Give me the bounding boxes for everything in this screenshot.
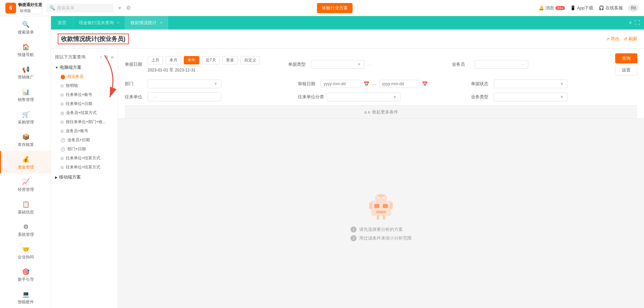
tab-maximize-btn[interactable]: ⛶ — [635, 20, 640, 26]
scheme-item-salesman-date[interactable]: 🕐 业务员+日期 — [51, 136, 118, 145]
calendar-to-icon[interactable]: 📅 — [422, 81, 428, 87]
set-btn[interactable]: 设置 — [615, 65, 637, 75]
scheme-partner-dept-label: 按往来单位+部门+收... — [66, 119, 106, 125]
scheme-item-by-salesman[interactable]: ⬤ 按业务员 — [51, 72, 118, 81]
sidebar-item-inventory[interactable]: 📦 库存核算 — [0, 129, 51, 151]
sidebar: 🔍 搜索菜单 🏠 快捷导航 📢 营销推广 📊 销售管理 🛒 采购管理 📦 库存核… — [0, 16, 51, 308]
scheme-group-mobile-title[interactable]: ▶ 移动端方案 — [51, 172, 118, 182]
type-more-icon[interactable]: ··· — [367, 62, 371, 67]
search-row-1: 单据日期 上月 本月 本年 近7天 更多 自定义 2023-01-01 — [125, 53, 637, 75]
scheme-item-dept-date[interactable]: 🕐 部门+日期 — [51, 145, 118, 154]
scheme-partner-settle2-label: 往来单位+结算方式 — [66, 164, 100, 170]
scheme-add-btn[interactable]: + — [100, 54, 102, 60]
refresh-btn[interactable]: ↺ 刷新 — [624, 36, 637, 42]
partner-select[interactable]: ··· — [148, 92, 221, 101]
scheme-partner-settle2-icon: ⊞ — [60, 165, 64, 170]
tab-bank-flow-close[interactable]: × — [117, 20, 119, 25]
trial-btn-container: 体验行业方案 — [317, 3, 353, 13]
sidebar-item-sales[interactable]: 📊 销售管理 — [0, 84, 51, 106]
marketing-icon: 📢 — [22, 66, 30, 73]
sidebar-item-newbie[interactable]: 🎯 新手引导 — [0, 263, 51, 286]
scheme-item-salesman-settle[interactable]: ▤ 业务员+结算方式 — [51, 108, 118, 117]
sidebar-item-finance[interactable]: 💰 资金管理 — [0, 151, 51, 173]
bill-status-field: 单据状态 ▼ — [471, 80, 637, 88]
online-service-btn[interactable]: 🎧 在线客服 — [599, 5, 623, 11]
scheme-partner-settle1-icon: ⊞ — [60, 156, 64, 161]
service-label: 在线客服 — [605, 5, 623, 11]
scheme-group-mobile: ▶ 移动端方案 — [51, 172, 118, 182]
tip-text-1: 请先选择要分析的方案 — [359, 226, 403, 233]
trial-button[interactable]: 体验行业方案 — [317, 3, 353, 13]
collapse-conditions-btn[interactable]: ∧∧ 收起更多条件 — [364, 109, 398, 115]
date-this-month-btn[interactable]: 本月 — [166, 56, 181, 64]
dropdown-arrow-icon[interactable]: ▼ — [117, 5, 122, 11]
sidebar-label-newbie: 新手引导 — [18, 277, 34, 283]
salesman-label: 业务员 — [452, 61, 472, 67]
export-btn[interactable]: ↗ 导出 — [606, 36, 620, 42]
sidebar-item-system[interactable]: ⚙ 系统管理 — [0, 218, 51, 241]
bill-status-select[interactable]: ▼ — [494, 80, 568, 88]
menu-search-bar[interactable]: 🔍 搜索菜单 — [46, 4, 113, 12]
date-to: 2023-12-31 — [175, 68, 195, 72]
top-bar-right: 🔔 消息 99+ 📱 App下载 🎧 在线客服 Rit — [539, 4, 639, 12]
biz-type-field: 业务类型 ▼ — [471, 93, 637, 101]
sidebar-item-search-menu[interactable]: 🔍 搜索菜单 — [0, 16, 51, 39]
app-download-btn[interactable]: 📱 App下载 — [570, 5, 593, 11]
mobile-icon: 📱 — [570, 5, 576, 10]
scheme-item-partner-settle2[interactable]: ⊞ 往来单位+结算方式 — [51, 163, 118, 172]
sidebar-item-smart-hw[interactable]: 💻 智能硬件 — [0, 286, 51, 308]
type-select[interactable]: ▼ — [311, 60, 365, 69]
sidebar-item-marketing[interactable]: 📢 营销推广 — [0, 61, 51, 84]
scheme-item-partner-date[interactable]: ⊞ 往来单位+日期 — [51, 99, 118, 108]
scheme-salesman-settle-icon: ▤ — [60, 111, 64, 115]
type-dropdown-icon: ▼ — [357, 62, 361, 67]
partner-more-icon[interactable]: ··· — [153, 94, 157, 99]
quick-nav-icon: 🏠 — [22, 43, 30, 51]
scheme-group-desktop-title[interactable]: ▼ 电脑端方案 — [51, 63, 118, 72]
date-last-month-btn[interactable]: 上月 — [148, 56, 163, 64]
scheme-item-partner-settle1[interactable]: ⊞ 往来单位+结算方式 — [51, 154, 118, 163]
user-avatar[interactable]: Rit — [628, 4, 639, 12]
date-7-days-btn[interactable]: 近7天 — [202, 56, 220, 64]
scheme-collapse-btn[interactable]: « — [111, 54, 114, 60]
message-btn[interactable]: 🔔 消息 99+ — [539, 5, 565, 11]
tab-home[interactable]: 首页 — [51, 16, 73, 30]
svg-rect-5 — [390, 202, 393, 209]
date-this-year-btn[interactable]: 本年 — [184, 56, 199, 64]
calendar-from-icon[interactable]: 📅 — [364, 81, 369, 87]
dept-select[interactable]: ▼ — [148, 80, 221, 88]
tab-bank-flow[interactable]: 现金银行流水查询 × — [73, 16, 125, 30]
scheme-item-salesman-account[interactable]: ⊞ 业务员+账号 — [51, 126, 118, 136]
search-form: 单据日期 上月 本月 本年 近7天 更多 自定义 2023-01-01 — [118, 49, 644, 119]
sidebar-item-quick-nav[interactable]: 🏠 快捷导航 — [0, 39, 51, 61]
scheme-item-partner-dept[interactable]: ⊞ 按往来单位+部门+收... — [51, 117, 118, 126]
sidebar-item-purchase[interactable]: 🛒 采购管理 — [0, 106, 51, 129]
sidebar-item-corp-coop[interactable]: 🤝 企业协同 — [0, 241, 51, 263]
filter-area: 按以下方案查询 + ⚙ « ▼ 电脑端方案 ⬤ 按业务员 — [51, 49, 644, 308]
biz-type-select[interactable]: ▼ — [494, 93, 568, 101]
tab-receipt-stats[interactable]: 收款情况统计 × — [125, 16, 168, 30]
system-icon: ⚙ — [23, 223, 29, 230]
audit-date-to-input[interactable] — [379, 80, 419, 88]
scheme-settings-btn[interactable]: ⚙ — [104, 54, 109, 60]
search-icon: 🔍 — [50, 5, 55, 10]
tab-receipt-stats-close[interactable]: × — [160, 20, 162, 25]
tab-bar: 首页 现金银行流水查询 × 收款情况统计 × × ⛶ — [51, 16, 644, 30]
scheme-item-by-detail[interactable]: ⊞ 按明细 — [51, 81, 118, 90]
sidebar-item-operation[interactable]: 📈 经营管理 — [0, 173, 51, 196]
scheme-item-partner-account[interactable]: ⊞ 往来单位+账号 — [51, 90, 118, 99]
scheme-title: 按以下方案查询 — [55, 54, 86, 60]
date-custom-btn[interactable]: 自定义 — [240, 56, 260, 64]
partner-category-select[interactable]: ▼ — [327, 93, 400, 101]
sidebar-item-basic-info[interactable]: 📋 基础信息 — [0, 196, 51, 218]
query-btn[interactable]: 查询 — [615, 53, 637, 63]
date-more-btn[interactable]: 更多 — [222, 56, 238, 64]
empty-tip-1: 1 请先选择要分析的方案 — [351, 226, 412, 233]
audit-date-from-input[interactable] — [321, 80, 361, 88]
page-header-actions: ↗ 导出 ↺ 刷新 — [606, 36, 637, 42]
tab-close-all-btn[interactable]: × — [629, 20, 632, 26]
menu-search-placeholder: 搜索菜单 — [57, 5, 74, 11]
settings-icon[interactable]: ⚙ — [126, 5, 131, 11]
scheme-partner-date-icon: ⊞ — [60, 102, 64, 106]
salesman-select[interactable]: ··· — [475, 60, 528, 69]
